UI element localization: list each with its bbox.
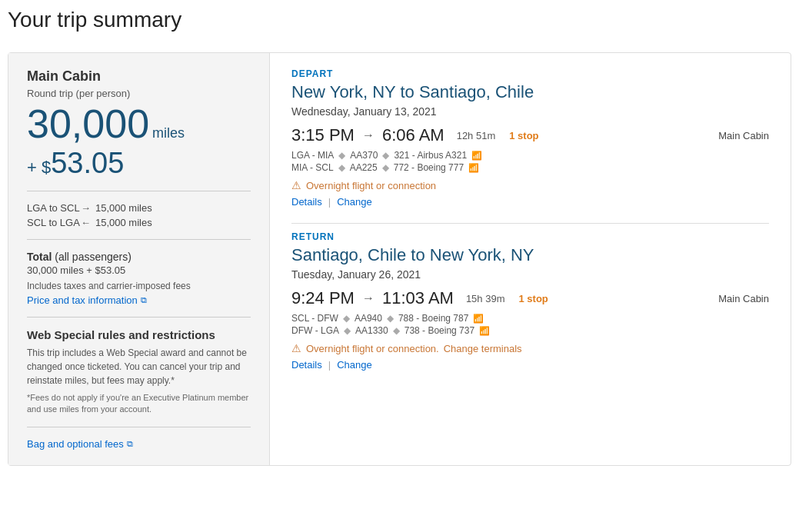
cabin-title: Main Cabin xyxy=(27,68,251,85)
return-flight1: AA940 xyxy=(355,313,382,324)
bag-link[interactable]: Bag and optional fees ⧉ xyxy=(27,438,251,450)
return-overnight-warning: ⚠ Overnight flight or connection. Change… xyxy=(291,342,769,354)
return-leg2-info: DFW - LGA ◆ AA1330 ◆ 738 - Boeing 737 📶 xyxy=(291,325,769,336)
depart-stop-badge[interactable]: 1 stop xyxy=(509,130,538,141)
route-arrow-2: ← xyxy=(81,217,91,228)
depart-aircraft2: 772 - Boeing 777 xyxy=(394,162,464,173)
return-time-depart: 9:24 PM xyxy=(291,288,355,308)
miles-amount: 30,000 xyxy=(27,104,149,144)
return-aircraft2: 738 - Boeing 737 xyxy=(404,325,474,336)
page-title: Your trip summary xyxy=(8,8,791,40)
round-trip-label: Round trip (per person) xyxy=(27,88,251,99)
total-label: Total (all passengers) xyxy=(27,251,251,263)
return-duration: 15h 39m xyxy=(466,293,505,304)
wifi-icon-4: 📶 xyxy=(479,326,490,336)
right-panel: DEPART New York, NY to Santiago, Chile W… xyxy=(270,53,791,465)
depart-leg2-info: MIA - SCL ◆ AA225 ◆ 772 - Boeing 777 📶 xyxy=(291,162,769,173)
wifi-icon-3: 📶 xyxy=(473,314,484,324)
depart-date: Wednesday, January 13, 2021 xyxy=(291,105,769,118)
return-times-row: 9:24 PM → 11:03 AM 15h 39m 1 stop Main C… xyxy=(291,288,769,308)
divider-2 xyxy=(27,239,251,240)
route-code-1: LGA to SCL xyxy=(27,202,81,214)
depart-time-arrive: 6:06 AM xyxy=(382,125,444,145)
return-overnight-text: Overnight flight or connection. xyxy=(306,343,439,354)
return-route-title: Santiago, Chile to New York, NY xyxy=(291,245,769,265)
depart-leg1-info: LGA - MIA ◆ AA370 ◆ 321 - Airbus A321 📶 xyxy=(291,150,769,161)
footnote-text: *Fees do not apply if you're an Executiv… xyxy=(27,392,251,416)
left-panel: Main Cabin Round trip (per person) 30,00… xyxy=(8,53,270,465)
depart-flight2: AA225 xyxy=(350,162,378,173)
arrow-icon-depart: → xyxy=(362,128,375,142)
divider-3 xyxy=(27,317,251,318)
total-value: 30,000 miles + $53.05 xyxy=(27,264,251,276)
return-time-arrive: 11:03 AM xyxy=(382,288,454,308)
route-miles-1: 15,000 miles xyxy=(95,202,152,214)
price-link[interactable]: Price and tax information ⧉ xyxy=(27,294,251,306)
main-container: Main Cabin Round trip (per person) 30,00… xyxy=(8,52,791,466)
depart-duration: 12h 51m xyxy=(457,130,496,141)
web-special-text: This trip includes a Web Special award a… xyxy=(27,346,251,387)
web-special-title: Web Special rules and restrictions xyxy=(27,328,251,341)
return-leg1-info: SCL - DFW ◆ AA940 ◆ 788 - Boeing 787 📶 xyxy=(291,313,769,324)
depart-route-title: New York, NY to Santiago, Chile xyxy=(291,82,769,102)
external-link-icon: ⧉ xyxy=(141,295,147,305)
depart-details-link[interactable]: Details xyxy=(291,196,322,208)
depart-leg2-code: MIA - SCL xyxy=(291,162,334,173)
arrow-icon-return: → xyxy=(362,291,375,305)
return-type: RETURN xyxy=(291,231,769,242)
route-row-1: LGA to SCL → 15,000 miles xyxy=(27,202,251,214)
depart-time-depart: 3:15 PM xyxy=(291,125,355,145)
return-action-links: Details | Change xyxy=(291,359,769,371)
fee-prefix: + $ xyxy=(27,158,51,177)
route-arrow-1: → xyxy=(81,202,91,214)
depart-action-links: Details | Change xyxy=(291,196,769,208)
depart-leg1-code: LGA - MIA xyxy=(291,150,334,161)
miles-unit: miles xyxy=(152,125,185,141)
taxes-label: Includes taxes and carrier-imposed fees xyxy=(27,281,251,291)
return-change-link[interactable]: Change xyxy=(337,359,372,371)
warning-icon-return: ⚠ xyxy=(291,342,301,354)
return-leg2-code: DFW - LGA xyxy=(291,325,339,336)
route-code-2: SCL to LGA xyxy=(27,217,81,228)
warning-icon-depart: ⚠ xyxy=(291,179,301,191)
depart-change-link[interactable]: Change xyxy=(337,196,372,208)
return-section: RETURN Santiago, Chile to New York, NY T… xyxy=(291,231,769,386)
depart-type: DEPART xyxy=(291,68,769,79)
fee-amount: + $53.05 xyxy=(27,147,251,180)
depart-times-row: 3:15 PM → 6:06 AM 12h 51m 1 stop Main Ca… xyxy=(291,125,769,145)
route-miles-2: 15,000 miles xyxy=(95,217,152,228)
return-leg1-code: SCL - DFW xyxy=(291,313,338,324)
depart-cabin-badge: Main Cabin xyxy=(718,130,769,141)
wifi-icon-1: 📶 xyxy=(471,151,482,161)
bag-external-icon: ⧉ xyxy=(127,439,133,449)
return-flight2: AA1330 xyxy=(355,325,388,336)
wifi-icon-2: 📶 xyxy=(468,163,479,173)
depart-overnight-text: Overnight flight or connection xyxy=(306,180,436,191)
return-aircraft1: 788 - Boeing 787 xyxy=(398,313,468,324)
depart-flight1: AA370 xyxy=(350,150,378,161)
depart-aircraft1: 321 - Airbus A321 xyxy=(394,150,467,161)
return-cabin-badge: Main Cabin xyxy=(718,293,769,304)
change-terminals-text: Change terminals xyxy=(444,343,522,354)
route-row-2: SCL to LGA ← 15,000 miles xyxy=(27,217,251,228)
depart-overnight-warning: ⚠ Overnight flight or connection xyxy=(291,179,769,191)
return-stop-badge[interactable]: 1 stop xyxy=(518,293,548,304)
divider-4 xyxy=(27,427,251,427)
return-date: Tuesday, January 26, 2021 xyxy=(291,268,769,281)
depart-section: DEPART New York, NY to Santiago, Chile W… xyxy=(291,68,769,224)
return-details-link[interactable]: Details xyxy=(291,359,322,371)
divider-1 xyxy=(27,191,251,191)
